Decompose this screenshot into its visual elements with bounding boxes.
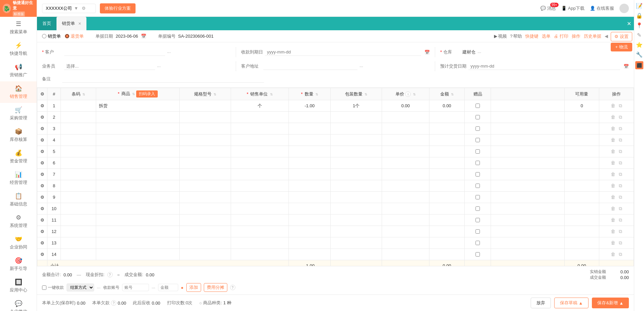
row-spec[interactable]: [180, 146, 231, 157]
row-gift[interactable]: [465, 226, 491, 237]
row-remark[interactable]: [491, 192, 565, 203]
row-gift[interactable]: [465, 203, 491, 215]
row-product[interactable]: [96, 123, 180, 134]
row-amount[interactable]: [429, 203, 464, 215]
delete-icon[interactable]: 🗑: [611, 183, 615, 188]
row-gift[interactable]: [465, 100, 491, 112]
row-spec[interactable]: [180, 215, 231, 226]
row-gift[interactable]: [465, 180, 491, 192]
row-remark[interactable]: [491, 180, 565, 192]
row-gift[interactable]: [465, 237, 491, 249]
row-price[interactable]: [382, 157, 429, 169]
copy-icon[interactable]: ⧉: [619, 183, 622, 188]
prev-icon[interactable]: ◀: [605, 34, 608, 39]
radio-return[interactable]: 退货单: [65, 33, 84, 39]
row-gear[interactable]: ⚙: [37, 215, 47, 226]
salesperson-input[interactable]: [64, 63, 155, 70]
row-spec[interactable]: [180, 249, 231, 260]
delete-icon[interactable]: 🗑: [611, 149, 615, 154]
row-qty[interactable]: [289, 112, 331, 123]
row-remark[interactable]: [491, 157, 565, 169]
sidebar-item-marketing[interactable]: 📢 营销推广: [0, 60, 37, 81]
sidebar-item-enterprise[interactable]: 🤝 企业协同: [0, 232, 37, 254]
row-gear[interactable]: ⚙: [37, 249, 47, 260]
barcode-sort-icon[interactable]: ⇅: [82, 92, 85, 96]
row-qty[interactable]: [289, 123, 331, 134]
row-gear[interactable]: ⚙: [37, 157, 47, 169]
customer-address-input[interactable]: [263, 63, 357, 70]
row-amount[interactable]: [429, 249, 464, 260]
sidebar-item-system[interactable]: ⚙ 系统管理: [0, 210, 37, 232]
save-draft-button[interactable]: 保存草稿 ▲: [554, 298, 589, 308]
copy-icon[interactable]: ⧉: [619, 194, 622, 200]
row-barcode[interactable]: [61, 100, 96, 112]
row-gear[interactable]: ⚙: [37, 226, 47, 237]
tabbar-close-icon[interactable]: ✕: [627, 21, 631, 27]
row-product[interactable]: [96, 249, 180, 260]
sidebar-item-sales[interactable]: 🏠 销售管理: [0, 81, 37, 103]
tab-home[interactable]: 首页: [37, 17, 56, 30]
row-gear[interactable]: ⚙: [37, 169, 47, 180]
row-qty[interactable]: [289, 180, 331, 192]
row-remark[interactable]: [491, 134, 565, 146]
row-spec[interactable]: [180, 112, 231, 123]
row-barcode[interactable]: [61, 134, 96, 146]
row-amount[interactable]: [429, 192, 464, 203]
salesperson-dots[interactable]: ···: [157, 64, 161, 69]
row-price[interactable]: [382, 112, 429, 123]
row-amount[interactable]: [429, 123, 464, 134]
row-price[interactable]: [382, 146, 429, 157]
account-input[interactable]: [122, 284, 149, 291]
row-spec[interactable]: [180, 237, 231, 249]
logistics-button[interactable]: + 物流 + 物流: [611, 43, 632, 51]
product-type-icon[interactable]: ○: [199, 301, 202, 306]
row-remark[interactable]: [491, 169, 565, 180]
add-button[interactable]: 添加: [186, 283, 201, 292]
row-product[interactable]: [96, 237, 180, 249]
row-gear[interactable]: ⚙: [37, 123, 47, 134]
row-qty[interactable]: [289, 146, 331, 157]
row-barcode[interactable]: [61, 249, 96, 260]
row-amount[interactable]: [429, 180, 464, 192]
row-spec[interactable]: [180, 226, 231, 237]
row-remark[interactable]: [491, 215, 565, 226]
row-product[interactable]: [96, 169, 180, 180]
row-price[interactable]: [382, 226, 429, 237]
copy-icon[interactable]: ⧉: [619, 126, 622, 131]
row-barcode[interactable]: [61, 169, 96, 180]
radio-sales[interactable]: 销货单: [42, 33, 61, 39]
row-amount[interactable]: [429, 146, 464, 157]
delete-icon[interactable]: 🗑: [611, 114, 615, 120]
row-product[interactable]: [96, 215, 180, 226]
sidebar-item-appstore[interactable]: 🔲 应用中心: [0, 275, 37, 297]
row-qty[interactable]: [289, 169, 331, 180]
copy-icon[interactable]: ⧉: [619, 160, 622, 165]
sidebar-item-operation[interactable]: 📊 经营管理: [0, 167, 37, 189]
row-amount[interactable]: [429, 157, 464, 169]
row-pack-qty[interactable]: [331, 249, 382, 260]
sidebar-item-basic[interactable]: 📋 基础信息: [0, 189, 37, 210]
message-button[interactable]: 💬 消息 99+: [540, 5, 556, 11]
row-qty[interactable]: [289, 249, 331, 260]
row-unit[interactable]: [231, 123, 289, 134]
company-settings-icon[interactable]: ⚙: [82, 6, 86, 11]
pack-sort-icon[interactable]: ⇅: [365, 92, 367, 96]
col-gear[interactable]: ⚙: [37, 88, 47, 100]
right-panel-lock-icon[interactable]: 🔒: [636, 12, 643, 19]
row-qty[interactable]: [289, 157, 331, 169]
right-panel-edit-icon[interactable]: ✎: [637, 32, 641, 38]
row-gift[interactable]: [465, 215, 491, 226]
row-gear[interactable]: ⚙: [37, 146, 47, 157]
sidebar-item-wechat[interactable]: 💬 企业微信: [0, 297, 37, 311]
row-remark[interactable]: [491, 203, 565, 215]
row-price[interactable]: [382, 169, 429, 180]
row-spec[interactable]: [180, 169, 231, 180]
row-unit[interactable]: [231, 226, 289, 237]
copy-icon[interactable]: ⧉: [619, 229, 622, 234]
discount-info-icon[interactable]: ?: [107, 272, 113, 277]
row-price[interactable]: [382, 180, 429, 192]
row-pack-qty[interactable]: [331, 215, 382, 226]
row-pack-qty[interactable]: [331, 192, 382, 203]
row-qty[interactable]: -1.00: [289, 100, 331, 112]
row-spec[interactable]: [180, 123, 231, 134]
